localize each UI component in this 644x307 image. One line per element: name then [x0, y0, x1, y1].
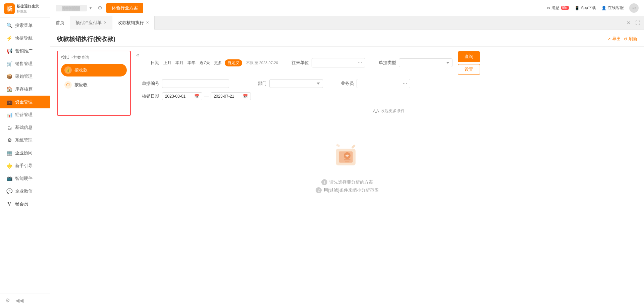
svg-marker-6: [336, 144, 340, 147]
sidebar-item-basic[interactable]: 🗂 基础信息: [0, 121, 50, 134]
query-btn[interactable]: 查询: [458, 51, 480, 62]
page-content: 收款核销执行(按收款) ↗ 导出 ↺ 刷新 按以下方案查询 💰 按收款: [50, 30, 644, 307]
chevron-down-icon[interactable]: ▼: [89, 6, 93, 10]
filter-area: 按以下方案查询 💰 按收款 ⏱ 按应收 « 日期 上月: [50, 47, 644, 120]
date-this-month[interactable]: 本月: [174, 59, 185, 66]
sidebar-item-marketing[interactable]: 📢 营销推广: [0, 45, 50, 57]
verify-date-end-value: 2023-07-21: [214, 94, 234, 99]
sidebar-item-label: 快捷导航: [15, 35, 33, 41]
sidebar-item-wechat[interactable]: 💬 企业微信: [0, 185, 50, 198]
guide-icon: 🌟: [6, 163, 12, 169]
user-avatar[interactable]: Rit: [629, 3, 639, 13]
filter-option-by-receipt[interactable]: 💰 按收款: [61, 64, 127, 76]
tab-receipts-close[interactable]: ✕: [146, 20, 149, 25]
calendar-icon: 📅: [243, 94, 248, 99]
tabs-actions: ✕ ⛶: [625, 19, 644, 27]
phone-icon: 📱: [575, 6, 580, 10]
staff-dots[interactable]: ···: [403, 81, 407, 87]
settings-btn[interactable]: 设置: [458, 64, 480, 75]
messages-btn[interactable]: ✉ 消息 99+: [547, 5, 569, 11]
empty-state: 1 请先选择要分析的方案 2 用[过滤]条件来缩小分析范围: [50, 120, 644, 215]
expand-tab-icon[interactable]: ⛶: [634, 19, 641, 27]
filter-row-3: 核销日期 2023-03-01 📅 — 2023-07-21 📅: [141, 92, 637, 100]
online-service-btn[interactable]: 👤 在线客服: [601, 5, 624, 11]
tabs-bar: 首页 预付冲应付单 ✕ 收款核销执行 ✕ ✕ ⛶: [50, 16, 644, 30]
date-this-year[interactable]: 本年: [186, 59, 197, 66]
settings-icon[interactable]: ⚙: [5, 297, 10, 304]
doc-num-group: 单据编号: [141, 79, 229, 88]
main-area: ▓▓▓▓▓▓ ▼ ⚙ 体验行业方案 ✉ 消息 99+ 📱 App下载 👤 在线客…: [50, 0, 644, 307]
search-menu-icon: 🔍: [6, 22, 12, 29]
verify-date-start-input[interactable]: 2023-03-01 📅: [162, 92, 202, 100]
sidebar-item-enterprise[interactable]: 🏢 企业协同: [0, 147, 50, 159]
date-custom[interactable]: 自定义: [225, 59, 242, 66]
sidebar-item-member[interactable]: V 畅会员: [0, 198, 50, 210]
quick-nav-icon: ⚡: [6, 35, 12, 41]
tab-receipts-label: 收款核销执行: [118, 20, 144, 26]
gear-icon[interactable]: ⚙: [98, 5, 102, 11]
sidebar-item-inventory[interactable]: 🏠 库存核算: [0, 83, 50, 96]
verify-date-label: 核销日期: [141, 93, 159, 99]
date-7days[interactable]: 近7天: [198, 59, 211, 66]
collapse-more-btn[interactable]: ⋀⋀ 收起更多条件: [141, 106, 637, 116]
date-group: 日期 上月 本月 本年 近7天 更多 自定义 不限 至 2023-07-26: [141, 59, 278, 66]
sidebar-item-label: 智能硬件: [15, 175, 33, 182]
empty-hint-1: 1 请先选择要分析的方案: [321, 179, 373, 185]
hardware-icon: 📺: [6, 175, 12, 182]
sidebar-item-system[interactable]: ⚙ 系统管理: [0, 134, 50, 147]
brand-name: ▓▓▓▓▓▓: [56, 5, 87, 11]
export-btn[interactable]: ↗ 导出: [607, 36, 621, 42]
sidebar-item-finance[interactable]: 💼 资金管理: [0, 96, 50, 108]
tab-home[interactable]: 首页: [50, 16, 70, 30]
verify-date-end-input[interactable]: 2023-07-21 📅: [211, 92, 251, 100]
operation-icon: 📊: [6, 112, 12, 118]
dept-select[interactable]: [269, 79, 323, 88]
sidebar-item-operation[interactable]: 📊 经营管理: [0, 108, 50, 121]
sidebar: 畅 畅捷通好生意 标准版 🔍 搜索菜单 ⚡ 快捷导航 📢 营销推广 🛒 销售管理…: [0, 0, 50, 307]
app-download-label: App下载: [581, 5, 596, 11]
svg-rect-4: [345, 161, 349, 162]
source-unit-dots[interactable]: ···: [358, 60, 362, 66]
sidebar-item-label: 销售管理: [15, 61, 33, 67]
source-unit-selector[interactable]: ···: [312, 58, 365, 67]
filter-panel-title: 按以下方案查询: [61, 55, 127, 60]
doc-num-label: 单据编号: [141, 81, 159, 87]
dept-group: 部门: [248, 79, 323, 88]
online-service-label: 在线客服: [608, 5, 624, 11]
sidebar-item-guide[interactable]: 🌟 新手引导: [0, 159, 50, 172]
date-more[interactable]: 更多: [213, 59, 223, 66]
logo-icon: 畅: [4, 3, 15, 14]
enterprise-icon: 🏢: [6, 150, 12, 156]
sidebar-item-hardware[interactable]: 📺 智能硬件: [0, 172, 50, 185]
sidebar-item-label: 经营管理: [15, 112, 33, 118]
sidebar-item-sales[interactable]: 🛒 销售管理: [0, 57, 50, 70]
date-no-limit: 不限 至 2023-07-26: [246, 60, 278, 65]
tab-prepay-close[interactable]: ✕: [104, 20, 107, 25]
inventory-icon: 🏠: [6, 86, 12, 92]
export-label: 导出: [612, 36, 621, 42]
sidebar-item-search-menu[interactable]: 🔍 搜索菜单: [0, 19, 50, 32]
date-last-month[interactable]: 上月: [162, 59, 173, 66]
topbar-right: ✉ 消息 99+ 📱 App下载 👤 在线客服 Rit: [547, 3, 639, 13]
tab-prepay[interactable]: 预付冲应付单 ✕: [70, 16, 112, 30]
empty-illustration: [330, 140, 364, 174]
doc-type-select[interactable]: [399, 58, 452, 67]
refresh-btn[interactable]: ↺ 刷新: [624, 36, 637, 42]
filter-option-by-receivable[interactable]: ⏱ 按应收: [61, 79, 127, 91]
sidebar-item-quick-nav[interactable]: ⚡ 快捷导航: [0, 32, 50, 45]
industry-btn[interactable]: 体验行业方案: [106, 3, 143, 13]
collapse-sidebar-icon[interactable]: ◀◀: [15, 297, 23, 304]
system-icon: ⚙: [6, 137, 12, 143]
marketing-icon: 📢: [6, 48, 12, 54]
verify-date-start-value: 2023-03-01: [165, 94, 185, 99]
staff-label: 业务员: [335, 81, 354, 87]
empty-hint-1-text: 请先选择要分析的方案: [329, 179, 373, 185]
staff-selector[interactable]: ···: [357, 79, 410, 88]
collapse-panel-btn[interactable]: «: [135, 51, 141, 59]
close-tab-icon[interactable]: ✕: [625, 19, 632, 27]
tab-receipts[interactable]: 收款核销执行 ✕: [112, 16, 155, 30]
sidebar-item-purchase[interactable]: 📦 采购管理: [0, 70, 50, 83]
app-download-btn[interactable]: 📱 App下载: [575, 5, 596, 11]
doc-num-input[interactable]: [162, 79, 229, 88]
app-version: 标准版: [17, 9, 39, 14]
